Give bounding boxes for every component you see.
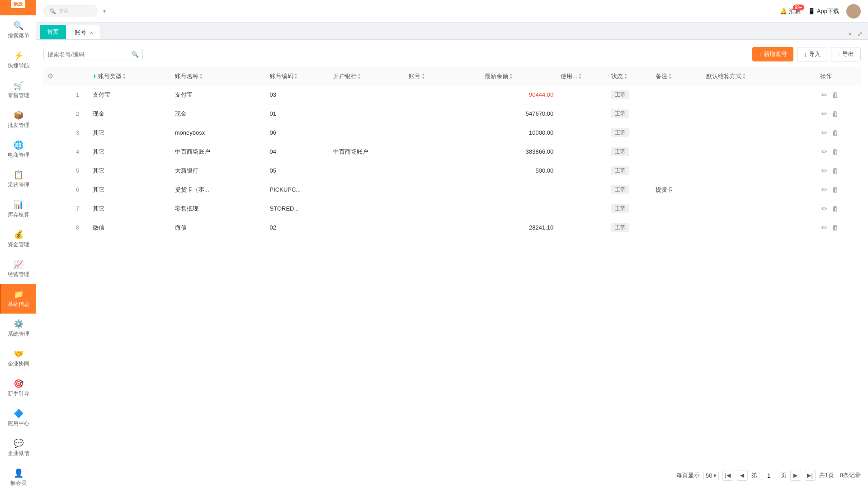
edit-icon[interactable]: ✏ <box>821 224 827 231</box>
delete-icon[interactable]: 🗑 <box>832 110 839 117</box>
sidebar-item-search[interactable]: 🔍 搜索菜单 <box>0 15 36 45</box>
row-status: 正常 <box>608 180 652 199</box>
th-status[interactable]: 状态 ▲▼ <box>608 67 652 85</box>
sort-arrows-default: ▲▼ <box>742 73 746 80</box>
edit-icon[interactable]: ✏ <box>821 110 827 117</box>
sort-arrows-account: ▲▼ <box>421 73 425 80</box>
sidebar-item-system[interactable]: ⚙️ 系统管理 <box>0 314 36 343</box>
sort-arrows-use: ▲▼ <box>578 73 582 80</box>
content-area: 🔍 + 新增账号 ↓ 导入 ↑ 导出 <box>36 40 868 488</box>
edit-icon[interactable]: ✏ <box>821 148 827 155</box>
row-note <box>652 161 703 180</box>
page-size-select[interactable]: 50 ▾ <box>703 471 718 480</box>
delete-icon[interactable]: 🗑 <box>832 91 839 99</box>
row-note <box>652 142 703 161</box>
delete-icon[interactable]: 🗑 <box>832 205 839 212</box>
edit-icon[interactable]: ✏ <box>821 129 827 136</box>
search-input[interactable] <box>47 51 132 58</box>
table-row: 6 其它 提货卡（零... PICKUPC... 正常 提货卡 ✏ 🗑 <box>43 180 861 199</box>
th-use[interactable]: 使用... ▲▼ <box>557 67 608 85</box>
sidebar-item-shortcut[interactable]: ⚡ 快捷导航 <box>0 45 36 75</box>
table-row: 8 微信 微信 02 28241.10 正常 ✏ 🗑 <box>43 218 861 237</box>
notification-button[interactable]: 🔔 消息 99+ <box>780 7 801 15</box>
row-type: 其它 <box>89 161 171 180</box>
sidebar-item-operations[interactable]: 📈 经营管理 <box>0 254 36 284</box>
sidebar-item-basic[interactable]: 📁 基础信息 <box>0 284 36 314</box>
tab-close-all-button[interactable]: × <box>846 28 854 39</box>
row-code: 06 <box>266 123 330 142</box>
edit-icon[interactable]: ✏ <box>821 186 827 193</box>
import-button[interactable]: ↓ 导入 <box>797 47 827 61</box>
settings-gear-icon[interactable]: ⚙ <box>47 72 53 80</box>
sort-type-icon: ⬆ <box>93 74 96 79</box>
sidebar-item-member[interactable]: 👤 畅会员 <box>0 463 36 488</box>
phone-icon: 📱 <box>808 8 815 14</box>
table-row: 4 其它 中百商场账户 04 中百商场账户 383866.00 正常 ✏ 🗑 <box>43 142 861 161</box>
row-status: 正常 <box>608 142 652 161</box>
sidebar-item-guide[interactable]: 🎯 新手引导 <box>0 373 36 403</box>
app-download-button[interactable]: 📱 App下载 <box>808 7 839 15</box>
row-balance: 28241.10 <box>481 218 557 237</box>
th-name[interactable]: 账号名称 ▲▼ <box>171 67 266 85</box>
header-search[interactable]: 🔍 搜索 <box>43 5 98 17</box>
th-balance[interactable]: 最新余额 ▲▼ <box>481 67 557 85</box>
search-submit-icon[interactable]: 🔍 <box>132 51 139 58</box>
row-num: 3 <box>66 123 89 142</box>
row-code: STORED... <box>266 199 330 218</box>
row-note <box>652 85 703 104</box>
table-header-row: ⚙ ⬆ 账号类型 ▲▼ 账号名称 ▲▼ <box>43 67 861 85</box>
th-default[interactable]: 默认结算方式 ▲▼ <box>703 67 816 85</box>
row-balance <box>481 180 557 199</box>
sidebar-item-wechat[interactable]: 💬 企业微信 <box>0 433 36 463</box>
delete-icon[interactable]: 🗑 <box>832 224 839 231</box>
edit-icon[interactable]: ✏ <box>821 205 827 212</box>
prev-page-button[interactable]: ◀ <box>737 470 748 481</box>
row-use <box>557 218 608 237</box>
th-account[interactable]: 账号 ▲▼ <box>405 67 481 85</box>
edit-icon[interactable]: ✏ <box>821 167 827 174</box>
th-note[interactable]: 备注 ▲▼ <box>652 67 703 85</box>
th-code[interactable]: 账号编码 ▲▼ <box>266 67 330 85</box>
th-settings[interactable]: ⚙ <box>43 67 66 85</box>
status-badge: 正常 <box>611 166 629 175</box>
row-action: ✏ 🗑 <box>816 104 861 123</box>
delete-icon[interactable]: 🗑 <box>832 148 839 155</box>
delete-icon[interactable]: 🗑 <box>832 186 839 193</box>
tab-expand-button[interactable]: ⤢ <box>855 28 864 39</box>
user-avatar[interactable] <box>846 4 861 19</box>
add-account-button[interactable]: + 新增账号 <box>752 47 793 61</box>
delete-icon[interactable]: 🗑 <box>832 167 839 174</box>
sidebar-item-agreement[interactable]: 🤝 企业协同 <box>0 343 36 373</box>
row-use <box>557 85 608 104</box>
row-action: ✏ 🗑 <box>816 218 861 237</box>
dropdown-arrow-icon[interactable]: ▾ <box>103 8 106 14</box>
sidebar-item-inventory[interactable]: 📊 库存核算 <box>0 194 36 224</box>
th-bank[interactable]: 开户银行 ▲▼ <box>330 67 406 85</box>
status-badge: 正常 <box>611 204 629 213</box>
last-page-button[interactable]: ▶| <box>805 470 816 481</box>
sidebar-item-purchase[interactable]: 📋 采购管理 <box>0 164 36 194</box>
sidebar-item-wholesale[interactable]: 📦 批发管理 <box>0 105 36 135</box>
tab-home[interactable]: 首页 <box>40 25 66 39</box>
edit-icon[interactable]: ✏ <box>821 91 827 99</box>
row-settings-cell <box>43 180 66 199</box>
export-button[interactable]: ↑ 导出 <box>831 47 861 61</box>
row-note <box>652 123 703 142</box>
row-code: 05 <box>266 161 330 180</box>
header-right: 🔔 消息 99+ 📱 App下载 <box>780 4 861 19</box>
th-type[interactable]: ⬆ 账号类型 ▲▼ <box>89 67 171 85</box>
row-default <box>703 218 816 237</box>
first-page-button[interactable]: |◀ <box>722 470 733 481</box>
delete-icon[interactable]: 🗑 <box>832 129 839 136</box>
next-page-button[interactable]: ▶ <box>790 470 801 481</box>
tab-close-button[interactable]: × <box>90 30 93 35</box>
row-account <box>405 180 481 199</box>
sidebar-item-retail[interactable]: 🛒 零售管理 <box>0 75 36 105</box>
tab-account[interactable]: 账号 × <box>67 25 100 39</box>
tab-bar-controls: × ⤢ <box>846 28 864 39</box>
sidebar-item-appstore[interactable]: 🔷 应用中心 <box>0 403 36 433</box>
sidebar-item-ecommerce[interactable]: 🌐 电商管理 <box>0 135 36 164</box>
current-page-input[interactable] <box>761 471 777 480</box>
app-version: 标准版 <box>11 9 25 15</box>
sidebar-item-finance[interactable]: 💰 资金管理 <box>0 224 36 254</box>
